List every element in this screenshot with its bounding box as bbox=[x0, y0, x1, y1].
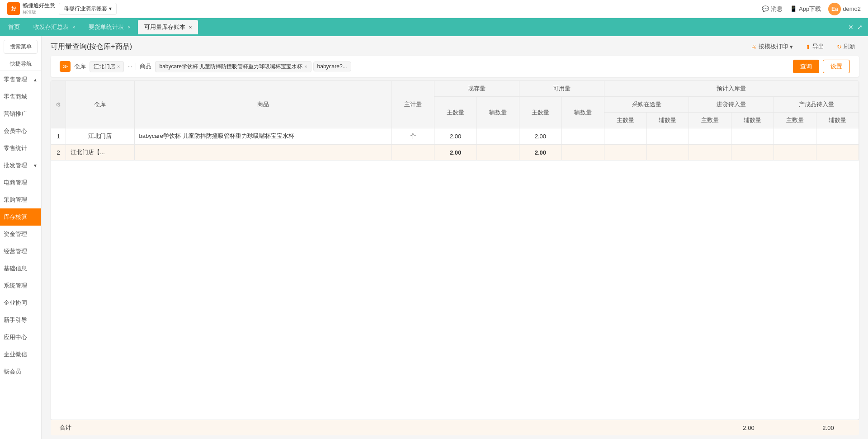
logo-icon: 好 bbox=[7, 2, 20, 15]
cell-avail-aux-1 bbox=[561, 128, 604, 145]
tab-home-label: 首页 bbox=[8, 23, 20, 31]
cell-stock-aux-1 bbox=[477, 128, 519, 145]
col-purchase-main-header: 主数量 bbox=[604, 113, 646, 128]
sidebar-item-quick-nav[interactable]: 快捷导航 bbox=[0, 57, 41, 71]
filter-toggle-btn[interactable]: ≫ bbox=[60, 61, 71, 72]
cell-unit-1: 个 bbox=[392, 128, 434, 145]
tab-orders-close[interactable]: × bbox=[127, 24, 130, 30]
cell-stock-aux-2 bbox=[477, 144, 519, 160]
sidebar-item-vip[interactable]: 畅会员 bbox=[0, 363, 41, 380]
cell-incoming-aux-1 bbox=[731, 128, 774, 145]
tab-orders-label: 要货单统计表 bbox=[89, 23, 124, 31]
sidebar-item-basics[interactable]: 基础信息 bbox=[0, 260, 41, 277]
app-label: App下载 bbox=[799, 5, 821, 13]
warehouse-filter-label: 仓库 bbox=[74, 62, 86, 71]
sidebar-item-enterprise-wechat[interactable]: 企业微信 bbox=[0, 346, 41, 363]
app-download-btn[interactable]: 📱 App下载 bbox=[790, 5, 821, 13]
refresh-btn[interactable]: ↻ 刷新 bbox=[833, 41, 859, 52]
col-finished-main-header: 主数量 bbox=[774, 113, 816, 128]
sidebar-item-new-user[interactable]: 新手引导 bbox=[0, 312, 41, 329]
nav-right-icons: ✕ ⤢ bbox=[848, 24, 866, 31]
export-btn[interactable]: ⬆ 导出 bbox=[802, 41, 828, 52]
sidebar-item-marketing[interactable]: 营销推广 bbox=[0, 105, 41, 123]
product-tag1-close[interactable]: × bbox=[304, 64, 307, 69]
message-label: 消息 bbox=[771, 5, 783, 13]
cell-avail-main-1: 2.00 bbox=[519, 128, 561, 145]
logo-app-name: 畅捷通好生意 bbox=[23, 2, 55, 9]
print-icon: 🖨 bbox=[751, 43, 757, 50]
tab-receipts-close[interactable]: × bbox=[72, 24, 75, 30]
export-label: 导出 bbox=[812, 42, 824, 51]
col-avail-aux-header: 辅数量 bbox=[561, 97, 604, 128]
page-header-actions: 🖨 按模板打印 ▾ ⬆ 导出 ↻ 刷新 bbox=[747, 41, 859, 52]
avatar: Ea bbox=[828, 3, 841, 15]
warehouse-filter-more[interactable]: ··· bbox=[127, 63, 132, 70]
tab-inventory-label: 可用量库存账本 bbox=[144, 23, 185, 31]
table-row: 1 江北门店 babycare学饮杯 儿童防摔防撞吸管杯重力球吸嘴杯宝宝水杯 个… bbox=[51, 128, 859, 145]
print-btn[interactable]: 🖨 按模板打印 ▾ bbox=[747, 41, 797, 52]
tab-home[interactable]: 首页 bbox=[2, 20, 26, 34]
col-incoming-aux-header: 辅数量 bbox=[731, 113, 774, 128]
col-avail-main-header: 主数量 bbox=[519, 97, 561, 128]
cell-seq-2: 2 bbox=[51, 144, 66, 160]
sidebar-item-app-center[interactable]: 应用中心 bbox=[0, 329, 41, 346]
tab-inventory[interactable]: 可用量库存账本 × bbox=[138, 20, 198, 34]
footer-total: 合计 2.00 2.00 bbox=[51, 420, 859, 435]
sidebar-item-ecommerce[interactable]: 电商管理 bbox=[0, 174, 41, 191]
app-icon: 📱 bbox=[790, 5, 797, 12]
col-finished-aux-header: 辅数量 bbox=[816, 113, 859, 128]
user-profile-btn[interactable]: Ea demo2 bbox=[828, 3, 861, 15]
cell-purchase-main-2 bbox=[604, 144, 646, 160]
nav-close-icon[interactable]: ✕ bbox=[848, 24, 854, 31]
cell-incoming-main-2 bbox=[689, 144, 731, 160]
warehouse-tag-close[interactable]: × bbox=[117, 64, 120, 69]
settings-btn[interactable]: 设置 bbox=[823, 60, 850, 73]
query-btn[interactable]: 查询 bbox=[793, 60, 819, 73]
cell-incoming-aux-2 bbox=[731, 144, 774, 160]
refresh-icon: ↻ bbox=[837, 43, 842, 50]
sidebar-item-wholesale-mgmt[interactable]: 批发管理 ▼ bbox=[0, 157, 41, 174]
product-filter-tag2[interactable]: babycare?... bbox=[313, 61, 351, 71]
col-warehouse-header: 仓库 bbox=[66, 81, 135, 128]
col-planned-header: 预计入库量 bbox=[604, 81, 859, 97]
nav-expand-icon[interactable]: ⤢ bbox=[857, 24, 863, 31]
cell-warehouse-2: 江北门店【... bbox=[66, 144, 135, 160]
search-menu-btn[interactable]: 搜索菜单 bbox=[4, 40, 38, 54]
sidebar-item-retail-mall[interactable]: 零售商城 bbox=[0, 88, 41, 105]
industry-label: 母婴行业演示账套 bbox=[64, 5, 107, 13]
tab-orders[interactable]: 要货单统计表 × bbox=[82, 20, 137, 34]
sidebar-item-enterprise-collab[interactable]: 企业协同 bbox=[0, 294, 41, 312]
product-filter-label: 商品 bbox=[140, 62, 151, 71]
sidebar-search-area: 搜索菜单 bbox=[0, 36, 41, 57]
table-settings-icon[interactable]: ⚙ bbox=[56, 101, 61, 108]
user-label: demo2 bbox=[843, 5, 861, 12]
sidebar-item-operations[interactable]: 经营管理 bbox=[0, 243, 41, 260]
logo-text-block: 畅捷通好生意 标准版 bbox=[23, 2, 55, 15]
tab-receipts[interactable]: 收发存汇总表 × bbox=[27, 20, 81, 34]
cell-finished-aux-2 bbox=[816, 144, 859, 160]
sidebar-item-inventory-check[interactable]: 库存核算 bbox=[0, 208, 41, 226]
sidebar-item-purchase[interactable]: 采购管理 bbox=[0, 191, 41, 208]
footer-stock-main: 2.00 bbox=[731, 425, 767, 431]
cell-finished-main-1 bbox=[774, 128, 816, 145]
sidebar-item-member-center[interactable]: 会员中心 bbox=[0, 123, 41, 140]
message-btn[interactable]: 💬 消息 bbox=[762, 5, 783, 13]
warehouse-tag-value: 江北门店 bbox=[94, 63, 115, 71]
col-current-stock-header: 现存量 bbox=[434, 81, 519, 97]
main-layout: 搜索菜单 快捷导航 零售管理 ▲ 零售商城 营销推广 会员中心 零售统计 批发管… bbox=[0, 36, 868, 439]
sidebar-item-retail-stats[interactable]: 零售统计 bbox=[0, 140, 41, 157]
warehouse-filter-tag[interactable]: 江北门店 × bbox=[90, 61, 124, 72]
sidebar-item-finance[interactable]: 资金管理 bbox=[0, 226, 41, 243]
page-header: 可用量查询(按仓库+商品) 🖨 按模板打印 ▾ ⬆ 导出 ↻ 刷新 bbox=[42, 36, 868, 56]
col-incoming-pending-header: 进货待入量 bbox=[689, 97, 774, 113]
message-icon: 💬 bbox=[762, 5, 769, 12]
tab-inventory-close[interactable]: × bbox=[189, 24, 192, 30]
industry-selector[interactable]: 母婴行业演示账套 ▾ bbox=[59, 3, 117, 15]
sidebar-item-retail-mgmt[interactable]: 零售管理 ▲ bbox=[0, 71, 41, 88]
chevron-icon-2: ▼ bbox=[33, 163, 38, 168]
cell-purchase-aux-2 bbox=[646, 144, 689, 160]
logo-area: 好 畅捷通好生意 标准版 bbox=[7, 2, 55, 15]
logo-sub-title: 标准版 bbox=[23, 9, 55, 15]
sidebar-item-system[interactable]: 系统管理 bbox=[0, 277, 41, 294]
product-filter-tag1[interactable]: babycare学饮杯 儿童防摔防撞吸管杯重力球吸嘴杯宝宝水杯 × bbox=[155, 61, 311, 72]
